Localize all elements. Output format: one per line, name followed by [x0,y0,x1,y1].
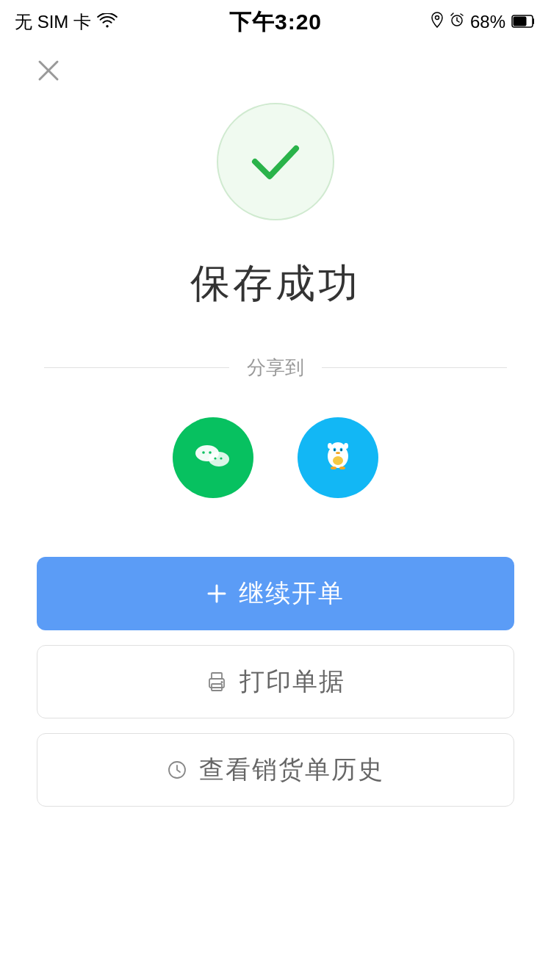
wechat-share-button[interactable] [173,417,253,498]
svg-point-8 [209,452,229,466]
print-button[interactable]: 打印单据 [37,645,514,718]
divider-line-right [322,367,507,368]
close-button[interactable] [29,51,68,90]
share-label: 分享到 [229,355,322,381]
svg-point-17 [334,450,336,451]
success-icon-circle [217,103,334,220]
svg-point-18 [341,450,342,451]
history-icon [167,760,187,780]
qq-share-button[interactable] [298,417,378,498]
sim-text: 无 SIM 卡 [15,10,91,34]
svg-point-0 [435,16,439,20]
action-buttons: 继续开单 打印单据 查看销货单历史 [0,557,551,807]
status-time: 下午3:20 [229,7,322,37]
svg-point-25 [344,443,348,449]
battery-text: 68% [470,12,505,32]
continue-order-button[interactable]: 继续开单 [37,557,514,630]
status-right: 68% [431,12,536,32]
svg-point-21 [333,456,343,465]
print-label: 打印单据 [240,665,345,699]
print-icon [206,671,228,692]
status-left: 无 SIM 卡 [15,10,118,34]
view-history-button[interactable]: 查看销货单历史 [37,733,514,807]
svg-point-12 [220,457,222,459]
main-content: 保存成功 分享到 [0,44,551,807]
svg-point-24 [328,443,332,449]
svg-rect-29 [212,673,222,679]
svg-point-23 [339,466,345,469]
history-label: 查看销货单历史 [199,753,384,787]
continue-order-label: 继续开单 [239,577,345,610]
svg-point-11 [214,457,216,459]
svg-rect-3 [514,17,527,26]
wifi-icon [97,12,118,32]
svg-point-10 [209,451,212,454]
location-icon [431,12,444,32]
share-icons-container [173,417,378,498]
svg-point-9 [202,451,205,454]
battery-icon [511,12,536,32]
plus-icon [206,583,227,604]
status-bar: 无 SIM 卡 下午3:20 68% [0,0,551,44]
svg-point-19 [336,452,340,454]
success-title: 保存成功 [190,257,361,311]
checkmark-icon [246,132,305,191]
divider-line-left [44,367,229,368]
alarm-icon [450,12,464,32]
qq-icon [314,434,361,481]
wechat-icon [190,434,237,481]
svg-point-22 [331,466,336,469]
svg-point-31 [221,681,223,683]
share-divider: 分享到 [0,355,551,381]
